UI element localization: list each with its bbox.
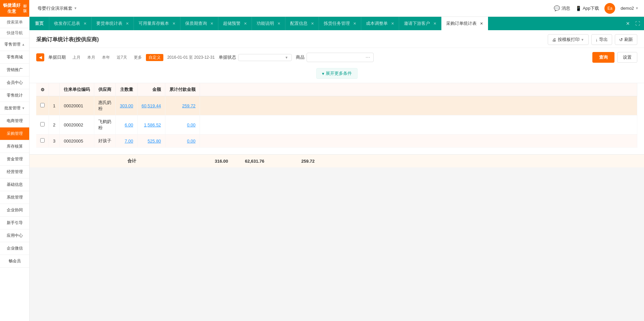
col-settings[interactable]: ⚙ — [36, 83, 49, 96]
tab-close-overstock-alert[interactable]: ✕ — [244, 22, 247, 25]
sidebar-item-retail[interactable]: 零售管理 ▲ — [0, 38, 29, 51]
sidebar-search-menu[interactable]: 搜索菜单 — [0, 17, 29, 28]
tab-requisition-summary[interactable]: 要货单统计表 ✕ — [92, 17, 134, 30]
sidebar-item-ecommerce[interactable]: 电商管理 — [0, 115, 29, 127]
sidebar-item-basics[interactable]: 基础信息 — [0, 178, 29, 191]
sidebar-item-retail-shop[interactable]: 零售商城 — [0, 51, 29, 64]
date-option-7days[interactable]: 近7天 — [114, 54, 130, 61]
sidebar-item-wechat[interactable]: 企业微信 — [0, 242, 29, 255]
row-supplier: 好孩子 — [94, 135, 116, 148]
sidebar-quick-nav[interactable]: 快捷导航 — [0, 28, 29, 38]
tab-close-invite-downstream[interactable]: ✕ — [433, 22, 436, 25]
footer-quantity: 316.00 — [195, 159, 228, 164]
tab-close-requisition-summary[interactable]: ✕ — [126, 22, 129, 25]
tab-close-config-info[interactable]: ✕ — [311, 22, 314, 25]
goods-input[interactable]: ··· — [307, 53, 374, 62]
footer-label: 合计 — [127, 158, 195, 164]
row-paid[interactable]: 0.00 — [165, 115, 200, 135]
date-option-last-month[interactable]: 上月 — [70, 54, 83, 61]
status-select[interactable]: ▼ — [238, 54, 292, 61]
sidebar-item-appcenter[interactable]: 应用中心 — [0, 229, 29, 242]
tab-close-shelf-life[interactable]: ✕ — [210, 22, 213, 25]
tab-config-info[interactable]: 配置信息 ✕ — [285, 17, 319, 30]
sidebar-item-operations[interactable]: 经营管理 — [0, 166, 29, 178]
sidebar-item-stock[interactable]: 库存核算 — [0, 140, 29, 153]
query-button[interactable]: 查询 — [592, 52, 614, 63]
tab-available-stock[interactable]: 可用量库存账本 ✕ — [134, 17, 180, 30]
page-header: 采购订单统计表(按供应商) 🖨 按模板打印 ▼ ↓ 导出 ↺ 刷新 — [30, 30, 644, 48]
tab-receive-summary[interactable]: 收发存汇总表 ✕ — [49, 17, 92, 30]
sidebar-item-member[interactable]: 会员中心 — [0, 76, 29, 89]
row-checkbox[interactable] — [36, 96, 49, 115]
row-code: 00020005 — [60, 135, 94, 148]
column-settings-icon[interactable]: ⚙ — [41, 87, 45, 92]
expand-more-button[interactable]: ▾ 展开更多条件 — [316, 68, 358, 79]
row-checkbox[interactable] — [36, 115, 49, 135]
sidebar-item-wholesale[interactable]: 批发管理 ▼ — [0, 102, 29, 115]
row-quantity[interactable]: 6.00 — [116, 115, 138, 135]
sidebar-item-newguide[interactable]: 新手引导 — [0, 217, 29, 229]
sidebar-item-marketing[interactable]: 营销推广 — [0, 64, 29, 76]
row-seq: 3 — [49, 135, 60, 148]
row-extra — [200, 96, 637, 115]
action-buttons: 查询 设置 — [592, 52, 637, 63]
row-paid[interactable]: 259.72 — [165, 96, 200, 115]
status-select-arrow: ▼ — [285, 56, 288, 59]
account-dropdown[interactable]: 母婴行业演示账套 ▼ — [35, 4, 80, 13]
tab-purchase-summary[interactable]: 采购订单统计表 ✕ — [441, 17, 488, 30]
app-download-btn[interactable]: 📱 App下载 — [576, 5, 599, 11]
tab-overstock-alert[interactable]: 超储预警 ✕ — [218, 17, 252, 30]
goods-input-more[interactable]: ··· — [366, 54, 370, 60]
row-amount[interactable]: 60,519.44 — [138, 96, 165, 115]
tab-close-purchase-summary[interactable]: ✕ — [480, 22, 483, 25]
date-option-more[interactable]: 更多 — [131, 54, 145, 61]
table-row[interactable]: 2 00020002 飞鹤奶粉 6.00 1,586.52 0.00 — [36, 115, 637, 135]
tab-home[interactable]: 首页 — [30, 17, 49, 30]
user-avatar[interactable]: Ea — [604, 3, 615, 14]
date-option-this-year[interactable]: 本年 — [99, 54, 113, 61]
sidebar-item-purchase[interactable]: 采购管理 — [0, 127, 29, 140]
settings-button[interactable]: 设置 — [617, 52, 637, 63]
tab-cost-adjust[interactable]: 成本调整单 ✕ — [361, 17, 399, 30]
tab-close-all-btn[interactable]: ✕ — [625, 19, 631, 28]
sidebar-item-retail-stats[interactable]: 零售统计 — [0, 89, 29, 102]
row-amount[interactable]: 1,586.52 — [138, 115, 165, 135]
user-dropdown-arrow: ▼ — [635, 6, 639, 10]
row-amount[interactable]: 525.80 — [138, 135, 165, 148]
sidebar-item-system[interactable]: 系统管理 — [0, 191, 29, 204]
col-code: 往来单位编码 — [60, 83, 94, 96]
tab-maximize-btn[interactable]: ⛶ — [634, 19, 641, 28]
username-btn[interactable]: demo2 ▼ — [621, 6, 639, 11]
export-button[interactable]: ↓ 导出 — [591, 34, 612, 45]
tab-close-pick-task[interactable]: ✕ — [353, 22, 356, 25]
tab-close-receive-summary[interactable]: ✕ — [84, 22, 87, 25]
phone-icon: 📱 — [576, 6, 581, 11]
table-footer: 合计 316.00 62,631.76 259.72 — [30, 154, 644, 167]
tab-close-available-stock[interactable]: ✕ — [172, 22, 175, 25]
tab-function-desc[interactable]: 功能说明 ✕ — [252, 17, 285, 30]
sidebar-item-finance[interactable]: 资金管理 — [0, 153, 29, 166]
tab-shelf-life[interactable]: 保质期查询 ✕ — [180, 17, 218, 30]
sidebar-logo: 畅捷通好生意 标版 — [0, 0, 29, 17]
table-row[interactable]: 3 00020005 好孩子 7.00 525.80 0.00 — [36, 135, 637, 148]
tab-close-cost-adjust[interactable]: ✕ — [391, 22, 394, 25]
date-option-this-month[interactable]: 本月 — [85, 54, 98, 61]
sidebar-item-vip[interactable]: 畅会员 — [0, 255, 29, 268]
row-quantity[interactable]: 303.00 — [116, 96, 138, 115]
tab-close-function-desc[interactable]: ✕ — [277, 22, 280, 25]
sidebar-item-enterprise[interactable]: 企业协同 — [0, 204, 29, 217]
export-icon: ↓ — [596, 37, 598, 42]
row-checkbox[interactable] — [36, 135, 49, 148]
table-row[interactable]: 1 00020001 惠氏奶粉 303.00 60,519.44 259.72 — [36, 96, 637, 115]
refresh-button[interactable]: ↺ 刷新 — [615, 34, 637, 45]
tab-pick-task[interactable]: 拣货任务管理 ✕ — [319, 17, 361, 30]
filter-collapse-button[interactable]: ◀ — [36, 53, 44, 61]
date-options: 上月 本月 本年 近7天 更多 自定义 — [70, 54, 163, 61]
date-option-custom[interactable]: 自定义 — [146, 54, 163, 61]
row-quantity[interactable]: 7.00 — [116, 135, 138, 148]
print-button[interactable]: 🖨 按模板打印 ▼ — [548, 34, 589, 45]
tab-invite-downstream[interactable]: 邀请下游客户 ✕ — [399, 17, 441, 30]
goods-filter-label: 商品 — [296, 54, 305, 60]
message-btn[interactable]: 💬 消息 — [554, 5, 570, 11]
row-paid[interactable]: 0.00 — [165, 135, 200, 148]
